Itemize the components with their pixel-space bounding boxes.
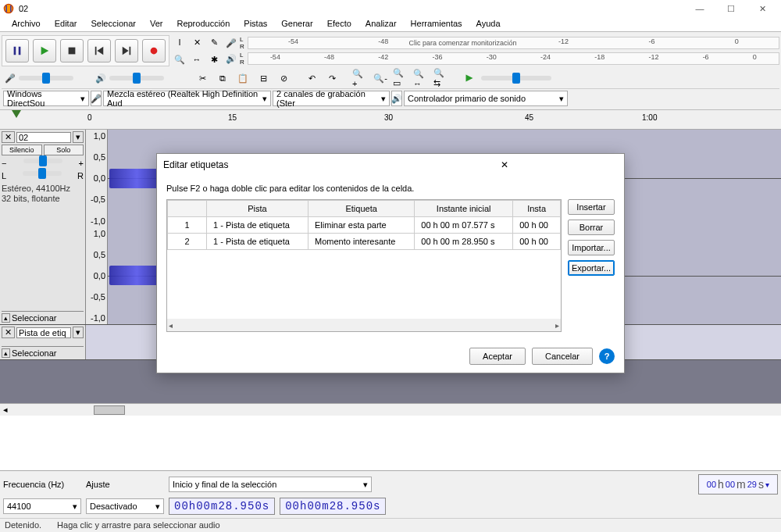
dialog-close-icon[interactable]: ✕ <box>390 159 618 170</box>
skip-end-button[interactable] <box>115 39 138 62</box>
vruler-left: 1,00,50,0-0,5-1,0 <box>86 130 108 227</box>
audio-position-display[interactable]: 00h 00m 29s▾ <box>698 474 778 495</box>
playback-meter[interactable]: -54-48-42-36-30-24-18-12-60 <box>248 52 779 65</box>
svg-marker-10 <box>466 75 473 82</box>
timeline-ruler[interactable]: 0 15 30 45 1:00 <box>0 110 781 130</box>
zoom-fit-icon[interactable]: 🔍↔ <box>412 70 430 87</box>
titlebar: 02 — ☐ ✕ <box>0 0 781 17</box>
export-button[interactable]: Exportar... <box>568 260 615 276</box>
menubar: Archivo Editar Seleccionar Ver Reproducc… <box>0 17 781 31</box>
help-icon[interactable]: ? <box>599 348 615 364</box>
pan-slider[interactable] <box>23 171 62 176</box>
label-track-collapse-icon[interactable]: ▴ <box>2 348 10 358</box>
selection-mode-combo[interactable]: Inicio y final de la selección▾ <box>169 477 372 492</box>
playhead-marker-icon[interactable] <box>12 110 21 118</box>
record-meter-hint[interactable]: Clic para comenzar monitorización <box>408 39 519 47</box>
paste-icon[interactable]: 📋 <box>234 70 251 87</box>
label-track-name[interactable]: Pista de etiq <box>16 327 71 338</box>
zoom-in-icon[interactable]: 🔍+ <box>351 70 369 87</box>
envelope-tool-icon[interactable]: ✕ <box>188 34 205 51</box>
record-volume-slider[interactable] <box>19 76 73 80</box>
label-track-panel[interactable]: ✕Pista de etiq▾ ▴Seleccionar <box>0 325 86 359</box>
status-hint: Haga clic y arrastre para seleccionar au… <box>57 520 220 530</box>
play-button[interactable] <box>33 39 56 62</box>
menu-ver[interactable]: Ver <box>143 17 170 31</box>
silence-icon[interactable]: ⊘ <box>275 70 292 87</box>
table-row[interactable]: 2 1 - Pista de etiqueta Momento interesa… <box>168 234 561 250</box>
toolbars: I ✕ ✎ 🔍 ↔ ✱ 🎤 LR -54-48-42 Clic para com… <box>0 31 781 110</box>
play-at-speed-icon[interactable] <box>461 70 478 87</box>
menu-analizar[interactable]: Analizar <box>358 17 404 31</box>
import-button[interactable]: Importar... <box>568 240 615 255</box>
snap-label: Ajuste <box>86 480 164 489</box>
solo-button[interactable]: Solo <box>44 145 84 155</box>
pause-button[interactable] <box>5 39 29 62</box>
insert-button[interactable]: Insertar <box>568 199 615 215</box>
undo-icon[interactable]: ↶ <box>303 70 320 87</box>
trim-icon[interactable]: ⊟ <box>255 70 272 87</box>
ok-button[interactable]: Aceptar <box>469 348 526 365</box>
project-rate-combo[interactable]: 44100▾ <box>3 498 81 514</box>
menu-generar[interactable]: Generar <box>274 17 319 31</box>
selection-tool-icon[interactable]: I <box>171 34 188 51</box>
menu-ayuda[interactable]: Ayuda <box>469 17 508 31</box>
minimize-button[interactable]: — <box>684 0 715 17</box>
close-button[interactable]: ✕ <box>747 0 778 17</box>
window-title: 02 <box>19 4 684 13</box>
record-meter[interactable]: -54-48-42 Clic para comenzar monitorizac… <box>248 37 779 49</box>
playback-device-combo[interactable]: Controlador primario de sonido▾ <box>404 91 568 106</box>
labels-table[interactable]: Pista Etiqueta Instante inicial Insta 1 … <box>166 199 562 332</box>
redo-icon[interactable]: ↷ <box>323 70 341 87</box>
menu-reproduccion[interactable]: Reproducción <box>169 17 237 31</box>
playback-speed-slider[interactable] <box>481 76 551 80</box>
track-select-button[interactable]: Seleccionar <box>12 313 56 323</box>
timeshift-tool-icon[interactable]: ↔ <box>188 51 205 68</box>
delete-button[interactable]: Borrar <box>568 220 615 235</box>
menu-archivo[interactable]: Archivo <box>5 17 48 31</box>
selection-end-time[interactable]: 00h00m28.950s <box>280 498 386 515</box>
record-button[interactable] <box>142 39 166 62</box>
table-hscrollbar[interactable]: ◂▸ <box>167 319 561 331</box>
track-menu-icon[interactable]: ▾ <box>73 131 84 143</box>
svg-point-9 <box>151 48 158 55</box>
vruler-right: 1,00,50,0-0,5-1,0 <box>86 227 108 325</box>
draw-tool-icon[interactable]: ✎ <box>205 34 223 51</box>
track-collapse-icon[interactable]: ▴ <box>2 313 10 323</box>
label-track-menu-icon[interactable]: ▾ <box>73 327 84 338</box>
audio-host-combo[interactable]: Windows DirectSou▾ <box>3 91 89 106</box>
cancel-button[interactable]: Cancelar <box>532 348 593 365</box>
zoom-toggle-icon[interactable]: 🔍⇆ <box>433 70 450 87</box>
playback-volume-slider[interactable] <box>109 76 164 80</box>
track-control-panel[interactable]: ✕ 02 ▾ Silencio Solo −+ LR Estéreo, 4410… <box>0 130 86 324</box>
label-track-select-button[interactable]: Seleccionar <box>12 348 56 358</box>
recording-device-combo[interactable]: Mezcla estéreo (Realtek High Definition … <box>103 91 271 106</box>
mute-button[interactable]: Silencio <box>2 145 42 155</box>
skip-start-button[interactable] <box>87 39 111 62</box>
horizontal-scrollbar[interactable]: ◂ <box>0 403 781 416</box>
menu-seleccionar[interactable]: Seleccionar <box>84 17 142 31</box>
stop-button[interactable] <box>60 39 84 62</box>
track-close-icon[interactable]: ✕ <box>2 131 15 143</box>
cut-icon[interactable]: ✂ <box>194 70 211 87</box>
label-track-close-icon[interactable]: ✕ <box>2 327 15 338</box>
maximize-button[interactable]: ☐ <box>715 0 747 17</box>
menu-efecto[interactable]: Efecto <box>320 17 358 31</box>
svg-marker-3 <box>41 47 49 55</box>
selection-start-time[interactable]: 00h00m28.950s <box>169 498 275 515</box>
table-row[interactable]: 1 1 - Pista de etiqueta Eliminar esta pa… <box>168 217 561 234</box>
menu-herramientas[interactable]: Herramientas <box>404 17 469 31</box>
copy-icon[interactable]: ⧉ <box>214 70 231 87</box>
recording-channels-combo[interactable]: 2 canales de grabación (Ster▾ <box>273 91 390 106</box>
gain-slider[interactable] <box>23 159 62 163</box>
zoom-sel-icon[interactable]: 🔍▭ <box>392 70 409 87</box>
menu-editar[interactable]: Editar <box>48 17 84 31</box>
zoom-out-icon[interactable]: 🔍- <box>372 70 389 87</box>
svg-marker-7 <box>123 47 129 55</box>
svg-rect-1 <box>14 47 16 55</box>
status-state: Detenido. <box>5 520 41 530</box>
track-name[interactable]: 02 <box>16 132 71 143</box>
zoom-tool-icon[interactable]: 🔍 <box>171 51 188 68</box>
menu-pistas[interactable]: Pistas <box>237 17 274 31</box>
multi-tool-icon[interactable]: ✱ <box>205 51 223 68</box>
snap-to-combo[interactable]: Desactivado▾ <box>86 498 164 514</box>
